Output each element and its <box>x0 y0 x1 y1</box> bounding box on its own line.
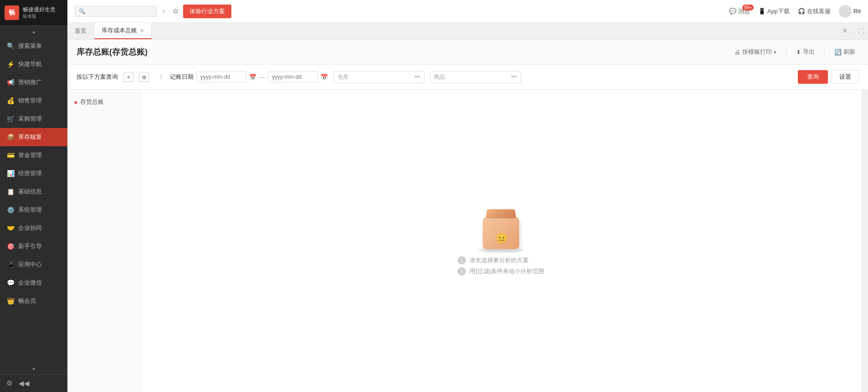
calendar-start-icon[interactable]: 📅 <box>249 74 256 81</box>
date-start-input[interactable] <box>196 71 246 82</box>
sidebar-item-quick-nav[interactable]: ⚡ 快捷导航 <box>0 55 67 73</box>
app-logo-icon: 畅 <box>5 5 19 20</box>
date-end-input[interactable] <box>268 71 318 82</box>
warehouse-select[interactable]: 仓库 ••• <box>333 71 424 83</box>
page-actions: 🖨 按模板打印 ▾ | ⬆ 导出 | 🔄 刷新 <box>731 46 859 58</box>
online-support-button[interactable]: 🎧 在线客服 <box>798 7 831 15</box>
headset-icon: 🎧 <box>798 8 805 15</box>
sidebar-item-enterprise[interactable]: 🤝 企业协同 <box>0 219 67 237</box>
filter-collapse-button[interactable]: 《 <box>154 72 164 82</box>
filter-date-range: 记账日期 📅 — 📅 <box>170 71 328 82</box>
settings-footer-icon[interactable]: ⚙ <box>6 379 12 387</box>
username-label: Rit <box>853 8 861 15</box>
app-logo-text: 畅捷通好生意 标准版 <box>23 6 56 20</box>
export-button[interactable]: ⬆ 导出 <box>792 46 818 58</box>
content-area: 😐 1 请先选择要分析的方案 2 用[过滤]条件来缩小分析范围 <box>140 90 862 392</box>
panel-close-icon[interactable]: ✕ <box>836 27 854 35</box>
sidebar-scroll-down[interactable]: ▼ <box>0 363 67 374</box>
sidebar-scroll-up[interactable]: ▲ <box>0 26 67 37</box>
capital-icon: 💳 <box>6 152 15 159</box>
warehouse-label: 仓库 <box>337 73 412 81</box>
beginner-icon: 🎯 <box>6 243 15 250</box>
edition-label: 标准版 <box>23 13 56 19</box>
sidebar-nav: 🔍 搜索菜单 ⚡ 快捷导航 📢 营销推广 💰 销售管理 🛒 采购管理 📦 库存核… <box>0 37 67 363</box>
tab-home[interactable]: 首页 <box>67 23 94 39</box>
sidebar-item-system[interactable]: ⚙️ 系统管理 <box>0 201 67 219</box>
vip-icon: 👑 <box>6 297 15 305</box>
user-avatar-area[interactable]: Rit <box>839 5 861 18</box>
app-center-icon: 📱 <box>6 261 15 268</box>
query-button[interactable]: 查询 <box>798 70 828 84</box>
date-separator: — <box>259 74 265 81</box>
collapse-footer-icon[interactable]: ◀◀ <box>19 379 30 387</box>
calendar-end-icon[interactable]: 📅 <box>321 74 328 81</box>
empty-hint-2: 2 用[过滤]条件来缩小分析范围 <box>458 267 544 275</box>
purchase-icon: 🛒 <box>6 115 15 122</box>
right-scrollbar[interactable] <box>862 90 868 392</box>
topbar-right: 💬 消息 99+ 📱 App下载 🎧 在线客服 Rit <box>729 5 861 18</box>
filter-label: 按以下方案查询 <box>77 73 118 81</box>
filter-area: 按以下方案查询 + ⊛ 《 记账日期 📅 — 📅 仓库 ••• 商品 ••• <box>67 65 868 90</box>
date-label: 记账日期 <box>170 73 194 81</box>
filter-add-button[interactable]: + <box>123 72 133 82</box>
sidebar-item-marketing[interactable]: 📢 营销推广 <box>0 73 67 92</box>
app-download-button[interactable]: 📱 App下载 <box>758 7 790 15</box>
tab-close-icon[interactable]: ✕ <box>140 28 144 34</box>
main-content: 🔍 ▾ ⚙ 体验行业方案 💬 消息 99+ 📱 App下载 🎧 在线客服 Rit <box>67 0 868 392</box>
empty-state: 😐 1 请先选择要分析的方案 2 用[过滤]条件来缩小分析范围 <box>458 204 544 278</box>
topbar-gear-icon[interactable]: ⚙ <box>173 7 179 15</box>
industry-solution-button[interactable]: 体验行业方案 <box>183 5 231 18</box>
sidebar-item-purchase[interactable]: 🛒 采购管理 <box>0 110 67 128</box>
sidebar-item-operations[interactable]: 📊 经营管理 <box>0 164 67 183</box>
scheme-icon: ● <box>74 98 77 106</box>
sidebar: 畅 畅捷通好生意 标准版 ▲ 🔍 搜索菜单 ⚡ 快捷导航 📢 营销推广 💰 销售… <box>0 0 67 392</box>
page-header: 库存总账(存货总账) 🖨 按模板打印 ▾ | ⬆ 导出 | 🔄 刷新 <box>67 40 868 65</box>
operations-icon: 📊 <box>6 170 15 177</box>
enterprise-icon: 🤝 <box>6 224 15 232</box>
sidebar-item-inventory[interactable]: 📦 库存核算 <box>0 128 67 146</box>
messages-badge: 99+ <box>742 5 754 10</box>
search-icon: 🔍 <box>6 42 15 50</box>
basic-info-icon: 📋 <box>6 188 15 195</box>
product-label: 商品 <box>434 73 508 81</box>
sidebar-item-app-center[interactable]: 📱 应用中心 <box>0 255 67 274</box>
marketing-icon: 📢 <box>6 79 15 86</box>
brand-name: 畅捷通好生意 <box>23 6 56 14</box>
empty-text: 1 请先选择要分析的方案 2 用[过滤]条件来缩小分析范围 <box>458 256 544 278</box>
scheme-panel: ● 存货总账 😐 1 请先选择要分析的方案 <box>67 90 868 392</box>
print-icon: 🖨 <box>735 49 740 56</box>
refresh-button[interactable]: 🔄 刷新 <box>831 46 859 58</box>
expand-icon[interactable]: ⛶ <box>854 28 868 35</box>
inventory-icon: 📦 <box>6 133 15 141</box>
page-title: 库存总账(存货总账) <box>77 46 148 57</box>
print-template-button[interactable]: 🖨 按模板打印 ▾ <box>731 46 780 58</box>
filter-scheme-button[interactable]: ⊛ <box>139 72 149 82</box>
topbar-search-area[interactable]: 🔍 <box>75 6 157 17</box>
quick-nav-icon: ⚡ <box>6 61 15 68</box>
avatar <box>839 5 852 18</box>
sidebar-item-search[interactable]: 🔍 搜索菜单 <box>0 37 67 55</box>
sidebar-item-capital[interactable]: 💳 资金管理 <box>0 146 67 164</box>
sales-icon: 💰 <box>6 97 15 104</box>
empty-box: 😐 <box>483 217 519 249</box>
sidebar-item-vip[interactable]: 👑 畅会员 <box>0 292 67 310</box>
action-divider-2: | <box>824 49 825 56</box>
refresh-icon: 🔄 <box>834 49 842 56</box>
filter-actions: 查询 设置 <box>798 70 859 84</box>
print-dropdown-icon: ▾ <box>774 50 776 55</box>
messages-button[interactable]: 💬 消息 99+ <box>729 7 750 15</box>
sidebar-footer: ⚙ ◀◀ <box>0 374 67 392</box>
enterprise-wechat-icon: 💬 <box>6 279 15 286</box>
sidebar-item-beginner[interactable]: 🎯 新手引导 <box>0 237 67 255</box>
tab-inventory-cost[interactable]: 库存成本总账 ✕ <box>94 23 152 39</box>
settings-button[interactable]: 设置 <box>832 70 859 84</box>
sidebar-item-enterprise-wechat[interactable]: 💬 企业微信 <box>0 274 67 292</box>
empty-hint-1: 1 请先选择要分析的方案 <box>458 256 544 265</box>
sidebar-item-sales[interactable]: 💰 销售管理 <box>0 92 67 110</box>
empty-illustration: 😐 <box>474 204 528 249</box>
product-select[interactable]: 商品 ••• <box>430 71 521 83</box>
sidebar-item-basic-info[interactable]: 📋 基础信息 <box>0 183 67 201</box>
action-divider-1: | <box>785 49 786 56</box>
page: 库存总账(存货总账) 🖨 按模板打印 ▾ | ⬆ 导出 | 🔄 刷新 <box>67 40 868 392</box>
scheme-item-inventory-ledger[interactable]: ● 存货总账 <box>67 94 140 110</box>
